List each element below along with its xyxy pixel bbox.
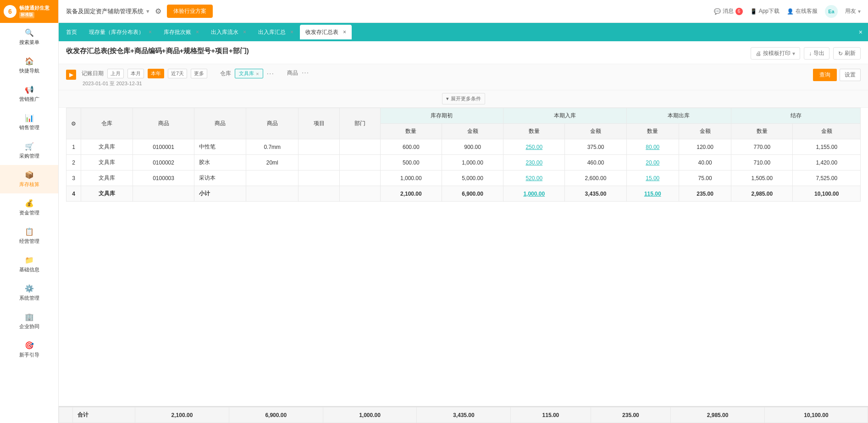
search-icon: 🔍 [25,28,34,37]
sales-icon: 📊 [25,114,34,122]
tab-in-out-flow-close[interactable]: × [243,29,246,35]
row4-out-qty-link[interactable]: 115.00 [644,191,661,197]
row2-in-qty[interactable]: 230.00 [503,155,565,170]
row4-name: 小计 [194,186,246,202]
col-spec-header: 商品 [246,108,299,139]
inventory-icon: 📦 [25,170,34,179]
row4-project [299,186,339,202]
tab-batch-ledger[interactable]: 库存批次账 × [158,25,205,39]
tab-recv-send-close[interactable]: × [343,29,346,35]
row3-dept [339,170,380,186]
user-abbr: Ea [828,9,834,14]
sidebar-label-enterprise: 企业协同 [19,323,39,330]
row4-seq: 4 [66,186,81,202]
row1-in-qty-link[interactable]: 250.00 [525,144,542,150]
filter-bar: ▶ 记账日期 上月 本月 本年 近7天 更多 2023-01-01 至 2023… [59,64,868,90]
sidebar-item-finance[interactable]: 💰 资金管理 [0,193,58,222]
user-avatar[interactable]: Ea [825,5,838,18]
close-all-tabs[interactable]: × [855,27,866,38]
date-btn-last-month[interactable]: 上月 [107,69,124,78]
expand-more-bar: ▾ 展开更多条件 [59,90,868,108]
date-btn-this-month[interactable]: 本月 [127,69,144,78]
setting-btn[interactable]: 设置 [840,69,861,81]
print-btn[interactable]: 🖨 按模板打印 ▾ [751,47,800,60]
sidebar-item-marketing[interactable]: 📢 营销推广 [0,80,58,108]
tab-batch-ledger-close[interactable]: × [196,29,199,35]
row1-out-amt: 120.00 [679,139,731,155]
row3-out-qty[interactable]: 15.00 [626,170,679,186]
row3-bal-qty: 1,505.00 [731,170,793,186]
footer-bal-qty: 2,985.00 [671,407,765,423]
query-btn[interactable]: 查询 [813,69,837,81]
tab-in-out-summary[interactable]: 出入库汇总 × [253,25,299,39]
sidebar-item-search[interactable]: 🔍 搜索菜单 [0,23,58,51]
warehouse-remove-btn[interactable]: × [256,71,259,77]
tab-in-out-summary-label: 出入库汇总 [258,28,286,36]
tab-recv-send[interactable]: 收发存汇总表 × [300,25,352,39]
export-btn[interactable]: ↓ 导出 [804,47,829,60]
col-settings-header[interactable]: ⚙ [66,108,81,139]
row1-bal-qty: 770.00 [731,139,793,155]
experience-btn[interactable]: 体验行业方案 [167,5,213,18]
sidebar-label-inventory: 库存核算 [19,181,39,188]
row1-out-qty[interactable]: 80.00 [626,139,679,155]
tab-in-out-summary-close[interactable]: × [290,29,293,35]
tab-home[interactable]: 首页 [61,25,83,39]
col-in-amt-header: 金额 [565,124,626,139]
warehouse-value: 文具库 [239,70,254,77]
row3-in-qty-link[interactable]: 520.00 [525,175,542,181]
row2-out-qty[interactable]: 20.00 [626,155,679,170]
col-in-header: 本期入库 [503,108,626,124]
row3-in-qty[interactable]: 520.00 [503,170,565,186]
app-name: 畅捷通好生意 [19,5,50,11]
goods-more-btn[interactable]: ··· [302,69,309,77]
sidebar-item-sales[interactable]: 📊 销售管理 [0,108,58,137]
tab-inventory-dist[interactable]: 现存量（库存分布表） × [83,25,157,39]
warehouse-label: 仓库 [220,70,231,77]
row3-seq: 3 [66,170,81,186]
app-download-btn[interactable]: 📱 App下载 [750,7,780,15]
sidebar-item-basic[interactable]: 📁 基础信息 [0,250,58,279]
table-row: 3 文具库 0100003 采访本 1,000.00 5,000.00 520.… [66,170,861,186]
sidebar-item-system[interactable]: ⚙️ 系统管理 [0,279,58,307]
row4-in-qty-link[interactable]: 1,000.00 [523,191,545,197]
date-btn-more[interactable]: 更多 [191,69,207,78]
row2-out-qty-link[interactable]: 20.00 [646,159,659,166]
sidebar-item-guide[interactable]: 🎯 新手引导 [0,335,58,364]
col-bal-amt-header: 金额 [793,124,861,139]
row3-spec [246,170,299,186]
row1-name: 中性笔 [194,139,246,155]
sidebar-item-inventory[interactable]: 📦 库存核算 [0,165,58,193]
row1-out-qty-link[interactable]: 80.00 [646,144,659,150]
tab-in-out-flow[interactable]: 出入库流水 × [205,25,252,39]
expand-more-btn[interactable]: ▾ 展开更多条件 [442,93,485,104]
sidebar-item-enterprise[interactable]: 🏢 企业协同 [0,307,58,335]
row2-bal-qty: 710.00 [731,155,793,170]
row4-out-qty[interactable]: 115.00 [626,186,679,202]
row1-in-qty[interactable]: 250.00 [503,139,565,155]
tab-inventory-dist-close[interactable]: × [149,29,152,35]
date-btn-this-year[interactable]: 本年 [148,69,164,78]
refresh-btn[interactable]: ↻ 刷新 [833,47,861,60]
online-service-btn[interactable]: 👤 在线客服 [787,7,818,15]
row3-out-qty-link[interactable]: 15.00 [646,175,659,181]
date-btn-7days[interactable]: 近7天 [168,69,187,78]
row2-in-qty-link[interactable]: 230.00 [525,159,542,166]
row1-bal-amt: 1,155.00 [793,139,861,155]
filter-arrow[interactable]: ▶ [66,70,76,80]
row4-bal-qty: 2,985.00 [731,186,793,202]
system-name: 装备及固定资产辅助管理系统 [66,7,144,16]
warehouse-more-btn[interactable]: ··· [267,70,274,78]
refresh-btn-label: 刷新 [845,49,856,57]
sidebar-item-purchase[interactable]: 🛒 采购管理 [0,137,58,165]
row4-in-qty[interactable]: 1,000.00 [503,186,565,202]
app-download-label: App下载 [759,7,780,15]
footer-init-amt: 6,900.00 [229,407,323,423]
sidebar-item-operation[interactable]: 📋 经营管理 [0,222,58,250]
gear-icon[interactable]: ⚙ [155,7,161,16]
row4-out-amt: 235.00 [679,186,731,202]
sidebar-item-quick-nav[interactable]: 🏠 快捷导航 [0,51,58,80]
tab-inventory-dist-label: 现存量（库存分布表） [89,28,144,36]
user-menu[interactable]: 用友 ▾ [845,7,861,15]
message-btn[interactable]: 💬 消息 6 [714,7,743,15]
